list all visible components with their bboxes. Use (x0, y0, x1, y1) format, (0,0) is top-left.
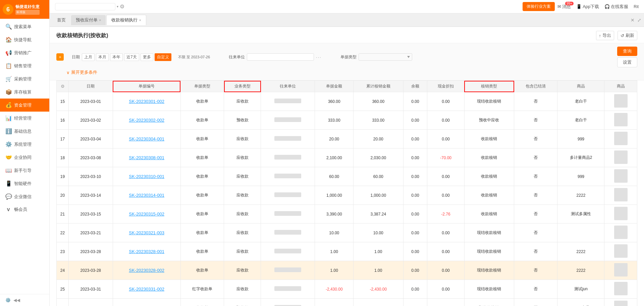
vip-icon: V (5, 207, 11, 212)
cell-bill-no[interactable]: SK-20230328-002 (113, 261, 180, 280)
date-btn-custom[interactable]: 自定义 (155, 53, 171, 61)
sidebar-item-marketing[interactable]: 📢 营销推广 (0, 46, 49, 59)
cell-bill-no[interactable]: SK-20230304-001 (113, 130, 180, 148)
sidebar-item-quicknav[interactable]: 🏠 快捷导航 (0, 33, 49, 46)
tab-home[interactable]: 首页 (52, 15, 70, 25)
cell-bill-no[interactable]: SK-20230321-003 (113, 224, 180, 242)
sidebar-item-newguide[interactable]: 📖 新手引导 (0, 164, 49, 177)
partner-input[interactable] (247, 53, 314, 61)
sidebar-item-business[interactable]: 📊 经营管理 (0, 112, 49, 125)
bill-no-link[interactable]: SK-20230304-001 (129, 136, 164, 141)
sidebar-item-wechat[interactable]: 💬 企业微信 (0, 190, 49, 203)
stock-icon: 📦 (5, 89, 11, 95)
sidebar-item-search[interactable]: 🔍 搜索菜单 (0, 20, 49, 33)
cell-biz-type: 应收款 (224, 224, 261, 242)
bill-no-link[interactable]: SK-20230308-001 (129, 155, 164, 160)
app-download-button[interactable]: 📱 App下载 (576, 4, 599, 10)
expand-conditions-button[interactable]: ∨ 展开更多条件 (66, 69, 637, 75)
column-settings-icon[interactable]: ⚙ (61, 84, 65, 89)
export-button[interactable]: ↑ 导出 (596, 31, 614, 40)
cell-biz-type: 应收款 (224, 130, 261, 148)
bill-no-link[interactable]: SK-20230321-003 (129, 230, 164, 235)
cell-bill-no[interactable]: SK-20230314-001 (113, 186, 180, 205)
export-icon: ↑ (599, 33, 601, 38)
cell-bill-no[interactable]: SK-20230301-002 (113, 92, 180, 111)
cell-amount: 60.00 (315, 167, 354, 186)
search-icon: 🔍 (5, 23, 11, 30)
bill-no-link[interactable]: SK-20230314-001 (129, 193, 164, 198)
collapse-icon[interactable]: ◀◀ (13, 298, 20, 303)
topbar-gear-icon[interactable]: ⚙ (120, 3, 124, 10)
refresh-button[interactable]: ↺ 刷新 (618, 31, 637, 40)
setting-button[interactable]: 设置 (617, 57, 637, 67)
sidebar-item-basic[interactable]: ℹ️ 基础信息 (0, 125, 49, 138)
cell-bill-no[interactable]: SK-20230310-001 (113, 167, 180, 186)
cell-date: 2023-03-04 (69, 130, 113, 148)
cell-product2 (604, 167, 637, 186)
content-area: 收款核销执行(按收款) ↑ 导出 ↺ 刷新 » 日期 上月 (50, 27, 644, 306)
tab-prepay[interactable]: 预收应付单 × (71, 15, 106, 25)
sidebar-item-hardware[interactable]: 📱 智能硬件 (0, 177, 49, 190)
cell-bill-no[interactable]: SK-20230331-002 (113, 280, 180, 299)
date-btn-lastmonth[interactable]: 上月 (82, 53, 95, 61)
message-button[interactable]: ✉ 消息 99+ (557, 4, 571, 10)
sidebar-item-finance[interactable]: 💰 资金管理 (0, 99, 49, 112)
topbar-search-input[interactable] (55, 3, 115, 10)
user-label[interactable]: Rit (634, 4, 639, 9)
query-button[interactable]: 查询 (617, 47, 637, 56)
service-button[interactable]: 🎧 在线客服 (604, 4, 628, 10)
tabbar-right: ✕ ⤢ (631, 17, 641, 23)
bill-no-link[interactable]: SK-20230310-001 (129, 174, 164, 179)
bill-no-link[interactable]: SK-20230331-002 (129, 287, 164, 292)
cell-no: 19 (57, 167, 69, 186)
bill-no-link[interactable]: SK-20230302-002 (129, 118, 164, 123)
receipt-type-select[interactable] (359, 53, 412, 61)
cell-included: 否 (514, 130, 557, 148)
date-btn-7days[interactable]: 近7天 (124, 53, 139, 61)
cell-bill-no[interactable]: SK-20230403-002 (113, 299, 180, 306)
cell-amount: 2,100.00 (315, 148, 354, 167)
settings-bottom-icon[interactable]: ⚙️ (5, 298, 11, 303)
sidebar-item-sales[interactable]: 📋 销售管理 (0, 59, 49, 72)
sidebar-item-enterprise[interactable]: 🤝 企业协同 (0, 151, 49, 164)
date-btn-more[interactable]: 更多 (141, 53, 153, 61)
sidebar-item-system[interactable]: ⚙️ 系统管理 (0, 138, 49, 151)
solution-button[interactable]: 体验行业方案 (523, 2, 555, 11)
cell-discount: 0.00 (427, 92, 464, 111)
topbar-dropdown-icon[interactable]: ▾ (117, 5, 118, 8)
bill-no-link[interactable]: SK-20230315-002 (129, 211, 164, 217)
table-container[interactable]: ⚙ 日期 单据编号 单据类型 业务类型 往来单位 单据金额 累计核销金额 余额 … (50, 80, 644, 306)
table-row: 18 2023-03-08 SK-20230308-001 收款单 应收款 2,… (57, 148, 637, 167)
page-header: 收款核销执行(按收款) ↑ 导出 ↺ 刷新 (50, 27, 644, 43)
sidebar-item-vip[interactable]: V 畅会员 (0, 203, 49, 216)
date-btn-thisyear[interactable]: 本年 (110, 53, 123, 61)
tab-collection-close[interactable]: × (139, 18, 141, 22)
cell-biz-type: 应收款 (224, 186, 261, 205)
tab-prepay-close[interactable]: × (99, 18, 101, 22)
sidebar-item-stock[interactable]: 📦 库存核算 (0, 85, 49, 99)
cell-partner (261, 280, 315, 299)
cell-no: 17 (57, 130, 69, 148)
date-btn-thismonth[interactable]: 本月 (96, 53, 109, 61)
cell-bill-no[interactable]: SK-20230308-001 (113, 148, 180, 167)
bill-no-link[interactable]: SK-20230301-002 (129, 99, 164, 104)
filter-more-dots[interactable]: ··· (316, 55, 322, 60)
cell-write-off: 1.00 (354, 261, 404, 280)
cell-bill-no[interactable]: SK-20230302-002 (113, 111, 180, 130)
bill-no-link[interactable]: SK-20230328-002 (129, 268, 164, 273)
tab-close-all-icon[interactable]: ✕ (631, 17, 635, 23)
cell-included: 否 (514, 186, 557, 205)
cell-bill-no[interactable]: SK-20230328-001 (113, 242, 180, 261)
cell-bill-no[interactable]: SK-20230315-002 (113, 205, 180, 224)
filter-toggle-button[interactable]: » (56, 53, 64, 61)
th-amount: 单据金额 (315, 81, 354, 92)
cell-product2 (604, 299, 637, 306)
cell-bill-type: 收款单 (180, 299, 224, 306)
sidebar-item-purchase[interactable]: 🛒 采购管理 (0, 72, 49, 85)
bill-no-link[interactable]: SK-20230328-001 (129, 249, 164, 254)
cell-write-off-type: 现结收款核销 (464, 242, 514, 261)
tab-collection[interactable]: 收款核销执行 × (106, 15, 146, 25)
tab-expand-icon[interactable]: ⤢ (637, 17, 641, 23)
cell-included: 否 (514, 242, 557, 261)
th-settings[interactable]: ⚙ (57, 81, 69, 92)
